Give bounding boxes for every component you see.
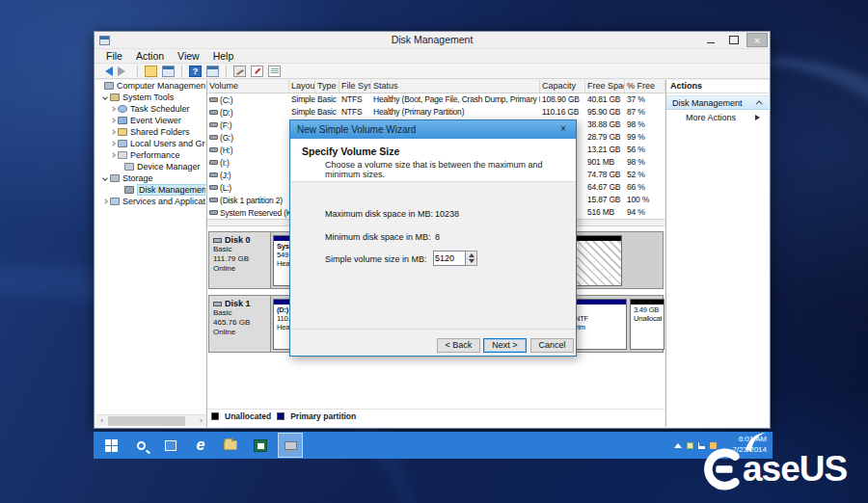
chevron-right-icon[interactable] — [110, 118, 116, 123]
start-button[interactable] — [98, 433, 123, 458]
properties-icon[interactable] — [233, 66, 246, 77]
help-icon[interactable]: ? — [189, 66, 202, 77]
primary-partition-legend-icon — [277, 412, 285, 420]
tree-item-local-users-groups[interactable]: Local Users and Groups — [95, 138, 205, 149]
col-free-space[interactable]: Free Space — [585, 80, 625, 93]
list-view-icon[interactable] — [268, 66, 281, 77]
col-file-system[interactable]: File System — [339, 80, 371, 93]
tree-item-event-viewer[interactable]: Event Viewer — [95, 115, 205, 126]
performance-icon — [118, 151, 127, 159]
back-icon[interactable] — [100, 66, 113, 76]
easeus-e-icon — [702, 446, 743, 492]
tree-item-computer-management[interactable]: Computer Management (Local — [95, 80, 205, 92]
services-icon — [110, 198, 120, 205]
up-folder-icon[interactable] — [145, 66, 157, 77]
toolbar-separator — [181, 66, 182, 77]
spinner-down-icon[interactable] — [466, 257, 476, 265]
tree-item-disk-management[interactable]: Disk Management — [95, 184, 205, 196]
chevron-down-icon[interactable] — [102, 175, 108, 181]
collapse-icon[interactable] — [756, 100, 763, 107]
simple-volume-size-label: Simple volume size in MB: — [325, 254, 427, 264]
volume-icon — [209, 185, 218, 190]
ie-icon: e — [197, 438, 205, 452]
windows-logo-icon — [105, 439, 118, 452]
action-center-icon[interactable] — [687, 442, 693, 449]
folder-icon — [224, 440, 237, 450]
menu-help[interactable]: Help — [206, 50, 241, 62]
internet-explorer-button[interactable]: e — [188, 433, 213, 458]
chevron-right-icon[interactable] — [110, 141, 116, 146]
dialog-heading: Specify Volume Size — [302, 146, 399, 157]
col-type[interactable]: Type — [315, 80, 339, 93]
volume-row[interactable]: (D:) SimpleBasicNTFS Healthy (Primary Pa… — [207, 106, 665, 119]
window-titlebar[interactable]: Disk Management × — [95, 32, 770, 49]
min-disk-space-value: 8 — [435, 232, 440, 242]
disk-management-taskbar-button[interactable] — [278, 433, 303, 458]
task-scheduler-icon — [118, 105, 127, 113]
tree-item-task-scheduler[interactable]: Task Scheduler — [95, 103, 205, 115]
scroll-right-icon[interactable]: › — [196, 415, 205, 427]
back-button[interactable]: < Back — [437, 338, 480, 353]
device-manager-icon — [124, 163, 134, 171]
check-disk-icon[interactable] — [251, 66, 263, 77]
box-icon — [165, 440, 176, 451]
forward-icon[interactable] — [118, 66, 130, 76]
volume-size-input[interactable] — [433, 251, 466, 266]
chevron-down-icon[interactable] — [102, 94, 108, 100]
chevron-right-icon[interactable] — [110, 152, 116, 158]
tree-item-shared-folders[interactable]: Shared Folders — [95, 126, 205, 138]
scrollbar-thumb[interactable] — [108, 416, 185, 426]
system-tools-icon — [110, 93, 120, 101]
console-tree-icon[interactable] — [162, 66, 175, 77]
dialog-titlebar[interactable]: New Simple Volume Wizard × — [290, 120, 576, 139]
tree-horizontal-scrollbar[interactable]: ‹ › — [96, 414, 205, 426]
volume-icon — [209, 160, 218, 165]
store-taskbar-button[interactable] — [158, 433, 183, 458]
chevron-right-icon[interactable] — [110, 129, 116, 135]
chevron-right-icon[interactable] — [110, 106, 116, 112]
disk-0-info[interactable]: Disk 0 Basic 111.79 GB Online — [209, 232, 271, 288]
volume-icon — [209, 122, 218, 127]
disk-1-info[interactable]: Disk 1 Basic 465.76 GB Online — [209, 296, 271, 352]
tree-item-device-manager[interactable]: Device Manager — [95, 161, 205, 172]
close-button[interactable]: × — [746, 33, 768, 47]
more-actions-item[interactable]: More Actions — [666, 110, 769, 124]
chevron-right-icon[interactable] — [102, 199, 108, 204]
tree-item-services-applications[interactable]: Services and Applications — [95, 196, 205, 207]
disk-icon — [213, 238, 222, 243]
dialog-subheading: Choose a volume size that is between the… — [325, 160, 576, 179]
menu-view[interactable]: View — [171, 50, 206, 62]
maximize-button[interactable] — [723, 33, 745, 47]
file-explorer-button[interactable] — [218, 433, 243, 458]
menu-action[interactable]: Action — [129, 50, 171, 62]
col-status[interactable]: Status — [371, 80, 540, 93]
easeus-logo: aseUS — [702, 446, 847, 492]
search-taskbar-button[interactable] — [128, 433, 153, 458]
search-icon — [137, 441, 146, 450]
minimize-button[interactable] — [700, 33, 721, 47]
col-layout[interactable]: Layout — [289, 80, 315, 93]
next-button[interactable]: Next > — [483, 338, 527, 353]
scroll-left-icon[interactable]: ‹ — [96, 415, 107, 427]
disk-management-icon — [124, 186, 134, 194]
col-pct-free[interactable]: % Free — [625, 80, 665, 93]
green-app-button[interactable] — [248, 433, 273, 458]
tree-item-storage[interactable]: Storage — [95, 172, 205, 184]
col-capacity[interactable]: Capacity — [540, 80, 585, 93]
max-disk-space-label: Maximum disk space in MB: — [325, 209, 433, 219]
volume-list-header[interactable]: Volume Layout Type File System Status Ca… — [207, 80, 665, 93]
dialog-close-icon[interactable]: × — [555, 121, 572, 137]
tree-item-performance[interactable]: Performance — [95, 149, 205, 161]
volume-icon — [209, 172, 218, 177]
show-hidden-icons-icon[interactable] — [674, 439, 682, 448]
action-pane-icon[interactable] — [206, 66, 219, 77]
col-volume[interactable]: Volume — [207, 80, 289, 93]
max-disk-space-value: 10238 — [435, 209, 459, 219]
menu-file[interactable]: File — [99, 50, 129, 62]
disk-1-partition-unallocated[interactable]: 3.49 GB Unallocat — [630, 299, 665, 350]
cancel-button[interactable]: Cancel — [530, 338, 574, 353]
actions-group-disk-management[interactable]: Disk Management — [666, 95, 769, 110]
volume-row[interactable]: (C:) SimpleBasicNTFS Healthy (Boot, Page… — [207, 93, 665, 106]
computer-icon — [104, 82, 114, 90]
tree-item-system-tools[interactable]: System Tools — [95, 92, 205, 103]
